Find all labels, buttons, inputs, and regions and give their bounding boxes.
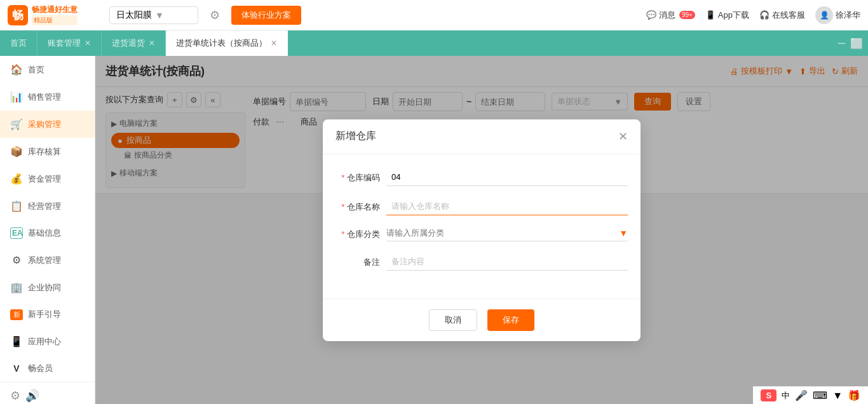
chevron-down-icon: ▼ (155, 10, 191, 20)
sidebar-item-finance[interactable]: 💰 资金管理 (0, 165, 95, 192)
s-icon: S (761, 389, 776, 401)
guide-icon: 新 (10, 309, 23, 320)
warehouse-note-input[interactable] (386, 254, 628, 271)
purchase-icon: 🛒 (10, 118, 23, 130)
user-profile[interactable]: 👤 徐泽华 (815, 6, 860, 24)
modal-new-warehouse: 新增仓库 ✕ 仓库编码 仓库名称 仓库 (323, 119, 641, 341)
cancel-button[interactable]: 取消 (429, 309, 477, 331)
sidebar-item-system[interactable]: ⚙ 系统管理 (0, 246, 95, 274)
category-label: 仓库分类 (336, 229, 386, 240)
more-icon[interactable]: ▼ (832, 390, 843, 401)
finance-icon: 💰 (10, 173, 23, 185)
sidebar-item-app-center[interactable]: 📱 应用中心 (0, 328, 95, 355)
maximize-button[interactable]: ⬜ (850, 37, 863, 50)
sidebar-item-home[interactable]: 🏠 首页 (0, 56, 95, 83)
sidebar-bottom: ⚙ 🔊 (0, 382, 95, 404)
basic-icon: EA (10, 227, 23, 239)
mic-icon[interactable]: 🎤 (795, 389, 808, 401)
content-area: 进货单统计(按商品) 🖨 按模板打印 ▼ ⬆ 导出 ↻ 刷新 (95, 56, 868, 404)
sidebar-item-sales[interactable]: 📊 销售管理 (0, 83, 95, 111)
chinese-input-icon[interactable]: 中 (782, 390, 790, 401)
sidebar: 🏠 首页 📊 销售管理 🛒 采购管理 📦 库存核算 💰 资金管理 📋 经营管理 … (0, 56, 95, 404)
warehouse-name-input[interactable] (386, 199, 628, 215)
sidebar-item-basic[interactable]: EA 基础信息 (0, 220, 95, 246)
operations-icon: 📋 (10, 200, 23, 212)
sidebar-item-member[interactable]: V 畅会员 (0, 355, 95, 382)
headset-icon: 🎧 (759, 10, 770, 20)
sales-icon: 📊 (10, 91, 23, 103)
enterprise-icon: 🏢 (10, 281, 23, 293)
modal-close-button[interactable]: ✕ (618, 130, 628, 144)
save-button[interactable]: 保存 (487, 309, 534, 331)
name-label: 仓库名称 (336, 201, 386, 213)
sidebar-item-inventory[interactable]: 📦 库存核算 (0, 138, 95, 165)
logo-text: 畅捷通好生意 精品版 (32, 4, 78, 25)
close-icon[interactable]: ✕ (85, 39, 91, 48)
modal-title: 新增仓库 (336, 130, 376, 143)
online-service-button[interactable]: 🎧 在线客服 (759, 10, 805, 21)
category-input[interactable] (386, 228, 619, 238)
keyboard-icon[interactable]: ⌨ (813, 389, 827, 401)
inventory-icon: 📦 (10, 145, 23, 158)
trial-button[interactable]: 体验行业方案 (231, 6, 301, 25)
warehouse-code-input[interactable] (386, 170, 628, 186)
modal-header: 新增仓库 ✕ (323, 119, 641, 154)
sidebar-item-operations[interactable]: 📋 经营管理 (0, 192, 95, 220)
gift-icon[interactable]: 🎁 (848, 389, 860, 401)
top-header: 畅 畅捷通好生意 精品版 日太阳膜 ▼ ⚙ 体验行业方案 💬 消息 99+ 📱 … (0, 0, 868, 30)
tab-home[interactable]: 首页 (0, 30, 37, 56)
warehouse-name-field: 仓库名称 (336, 199, 628, 215)
tab-purchase-stats[interactable]: 进货单统计表（按商品） ✕ (166, 30, 288, 56)
sidebar-item-enterprise[interactable]: 🏢 企业协同 (0, 274, 95, 301)
store-selector[interactable]: 日太阳膜 ▼ (109, 6, 198, 24)
messages-button[interactable]: 💬 消息 99+ (646, 10, 695, 21)
member-icon: V (10, 363, 23, 374)
nav-tabs-end: ─ ⬜ (838, 37, 868, 50)
note-label: 备注 (336, 257, 386, 268)
code-label: 仓库编码 (336, 172, 386, 184)
settings-bottom-icon[interactable]: ⚙ (10, 389, 20, 403)
nav-tabs: 首页 账套管理 ✕ 进货退货 ✕ 进货单统计表（按商品） ✕ ─ ⬜ (0, 30, 868, 56)
tab-purchase-return[interactable]: 进货退货 ✕ (102, 30, 166, 56)
tab-account[interactable]: 账套管理 ✕ (37, 30, 102, 56)
warehouse-category-field: 仓库分类 ▼ (336, 228, 628, 241)
close-icon[interactable]: ✕ (271, 39, 277, 48)
logo-area: 畅 畅捷通好生意 精品版 (8, 4, 103, 25)
modal-overlay: 新增仓库 ✕ 仓库编码 仓库名称 仓库 (95, 56, 868, 404)
sidebar-item-purchase[interactable]: 🛒 采购管理 (0, 111, 95, 138)
system-icon: ⚙ (10, 254, 23, 266)
app-center-icon: 📱 (10, 335, 23, 347)
modal-body: 仓库编码 仓库名称 仓库分类 ▼ (323, 154, 641, 299)
home-icon: 🏠 (10, 64, 23, 76)
app-logo-icon: 畅 (8, 5, 28, 25)
category-select[interactable]: ▼ (386, 228, 628, 241)
modal-footer: 取消 保存 (323, 299, 641, 341)
main-layout: 🏠 首页 📊 销售管理 🛒 采购管理 📦 库存核算 💰 资金管理 📋 经营管理 … (0, 56, 868, 404)
collapse-icon[interactable]: 🔊 (25, 389, 39, 403)
bottom-bar: S 中 🎤 ⌨ ▼ 🎁 (753, 386, 868, 404)
sidebar-item-guide[interactable]: 新 新手引导 (0, 301, 95, 328)
warehouse-note-field: 备注 (336, 254, 628, 271)
chevron-down-icon: ▼ (619, 228, 628, 238)
warehouse-code-field: 仓库编码 (336, 170, 628, 186)
phone-icon: 📱 (705, 10, 715, 20)
close-icon[interactable]: ✕ (149, 39, 155, 48)
minimize-button[interactable]: ─ (838, 37, 845, 49)
header-right: 💬 消息 99+ 📱 App下载 🎧 在线客服 👤 徐泽华 (646, 6, 860, 24)
app-download-button[interactable]: 📱 App下载 (705, 10, 749, 21)
avatar: 👤 (815, 6, 833, 24)
message-icon: 💬 (646, 10, 656, 20)
settings-button[interactable]: ⚙ (205, 5, 225, 25)
